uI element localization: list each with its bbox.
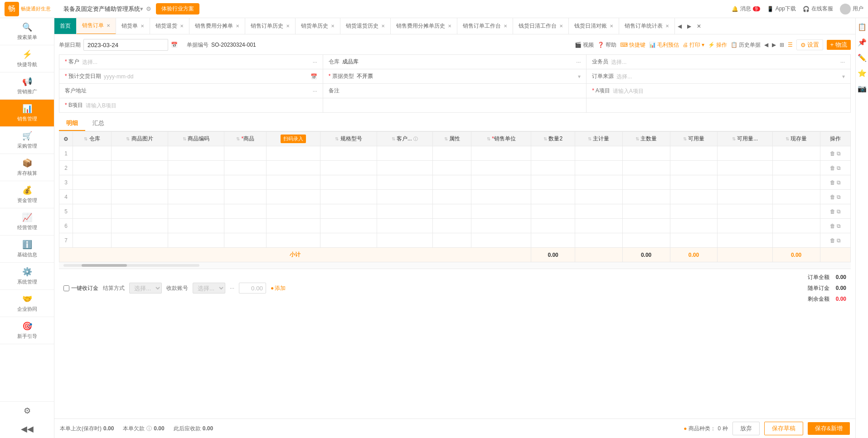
row-2-main-qty[interactable] — [622, 161, 670, 175]
add-material-button[interactable]: + 物流 — [827, 40, 851, 50]
th-spec[interactable]: ⇅ 规格型号 — [320, 132, 377, 146]
row-6-cust-code[interactable] — [377, 219, 432, 233]
user-item[interactable]: 用户 — [840, 4, 863, 14]
tab-return[interactable]: 销货退货 ✕ — [150, 18, 189, 34]
tab-sales-order-close[interactable]: ✕ — [107, 23, 110, 28]
grid-view-btn[interactable]: ⊞ — [780, 42, 784, 48]
payment-method-select[interactable]: 选择... — [129, 283, 162, 294]
row-2-action[interactable]: 🗑 ⧉ — [820, 161, 850, 175]
one-click-checkbox-label[interactable]: 一键收订金 — [63, 284, 98, 292]
tab-invoice-history[interactable]: 销货单历史 ✕ — [296, 18, 340, 34]
row-4-delete-icon[interactable]: 🗑 — [830, 194, 835, 200]
tab-cash-reconcile-close[interactable]: ✕ — [610, 24, 613, 29]
row-4-spec[interactable] — [320, 190, 377, 204]
tab-home[interactable]: 首页 — [54, 18, 77, 34]
debt-icon[interactable]: ⓘ — [146, 425, 152, 433]
row-4-unit[interactable] — [471, 190, 531, 204]
product-types-icon[interactable]: ● — [684, 425, 687, 432]
tab-order-history[interactable]: 销售订单历史 ✕ — [245, 18, 296, 34]
tab-invoice-history-close[interactable]: ✕ — [331, 24, 335, 29]
tab-cash-workbench[interactable]: 钱货日清工作台 ✕ — [513, 18, 569, 34]
row-5-cust-code[interactable] — [377, 204, 432, 219]
row-5-action[interactable]: 🗑 ⧉ — [820, 204, 850, 219]
row-1-copy-icon[interactable]: ⧉ — [837, 150, 841, 157]
sidebar-item-sales[interactable]: 📊 销售管理 — [0, 100, 54, 127]
settings-icon[interactable]: ⚙ — [146, 5, 151, 12]
row-5-attr[interactable] — [433, 204, 471, 219]
shortcut-action[interactable]: ⌨ 快捷键 — [620, 41, 645, 49]
row-3-action[interactable]: 🗑 ⧉ — [820, 175, 850, 190]
row-3-name[interactable] — [224, 175, 267, 190]
row-3-attr[interactable] — [433, 175, 471, 190]
row-2-cust-code[interactable] — [377, 161, 432, 175]
row-7-warehouse[interactable] — [73, 233, 112, 248]
print-action[interactable]: 🖨 打印 ▾ — [683, 41, 704, 49]
row-2-unit[interactable] — [471, 161, 531, 175]
tab-return-history[interactable]: 销货退货历史 ✕ — [340, 18, 391, 34]
row-2-copy-icon[interactable]: ⧉ — [837, 165, 841, 171]
row-2-spec[interactable] — [320, 161, 377, 175]
one-click-checkbox[interactable] — [63, 285, 69, 291]
row-1-warehouse[interactable] — [73, 146, 112, 161]
history-action[interactable]: 📋 历史单据 — [731, 41, 761, 49]
row-3-qty2[interactable] — [531, 175, 575, 190]
row-5-warehouse[interactable] — [73, 204, 112, 219]
row-3-main-qty[interactable] — [622, 175, 670, 190]
row-4-code[interactable] — [168, 190, 224, 204]
address-input[interactable] — [89, 88, 310, 94]
profit-action[interactable]: 📊 毛利预估 — [649, 41, 679, 49]
row-1-action[interactable]: 🗑 ⧉ — [820, 146, 850, 161]
tab-cash-workbench-close[interactable]: ✕ — [559, 24, 563, 29]
view-action[interactable]: 🎬 视频 — [575, 41, 594, 49]
online-support-item[interactable]: 🎧 在线客服 — [803, 5, 833, 13]
th-name[interactable]: ⇅ *商品 — [224, 132, 267, 146]
right-panel-icon-5[interactable]: 📷 — [858, 84, 867, 93]
bank-account-select[interactable]: 选择... — [193, 283, 225, 294]
row-4-action[interactable]: 🗑 ⧉ — [820, 190, 850, 204]
row-7-name[interactable] — [224, 233, 267, 248]
scan-btn[interactable]: 扫码录入 — [281, 135, 306, 143]
sidebar-settings-btn[interactable]: ⚙ — [0, 402, 54, 420]
th-warehouse[interactable]: ⇅ 仓库 — [73, 132, 112, 146]
row-7-attr[interactable] — [433, 233, 471, 248]
right-panel-icon-4[interactable]: ⭐ — [858, 69, 867, 77]
row-5-spec[interactable] — [320, 204, 377, 219]
row-7-spec[interactable] — [320, 233, 377, 248]
dropdown-icon[interactable]: ▾ — [140, 5, 143, 12]
row-7-action[interactable]: 🗑 ⧉ — [820, 233, 850, 248]
tab-order-history-close[interactable]: ✕ — [286, 24, 290, 29]
row-6-spec[interactable] — [320, 219, 377, 233]
sidebar-item-collab[interactable]: 🤝 企业协同 — [0, 290, 54, 317]
sidebar-item-quicknav[interactable]: ⚡ 快捷导航 — [0, 45, 54, 72]
row-4-warehouse[interactable] — [73, 190, 112, 204]
row-1-attr[interactable] — [433, 146, 471, 161]
tab-return-close[interactable]: ✕ — [180, 24, 184, 29]
sidebar-item-search[interactable]: 🔍 搜索菜单 — [0, 18, 54, 45]
notification-item[interactable]: 🔔 消息 9 — [732, 5, 760, 13]
row-2-attr[interactable] — [433, 161, 471, 175]
th-scan[interactable]: 扫码录入 — [267, 132, 320, 146]
row-6-copy-icon[interactable]: ⧉ — [837, 223, 841, 229]
row-6-warehouse[interactable] — [73, 219, 112, 233]
delivery-date-input[interactable] — [104, 73, 308, 80]
tab-sales-stat[interactable]: 销售订单统计表 ✕ — [619, 18, 675, 34]
row-7-copy-icon[interactable]: ⧉ — [837, 237, 841, 244]
row-4-name[interactable] — [224, 190, 267, 204]
remark-input[interactable] — [342, 88, 581, 94]
row-2-delete-icon[interactable]: 🗑 — [830, 165, 835, 171]
save-new-button[interactable]: 保存&新增 — [808, 422, 850, 435]
help-action[interactable]: ❓ 帮助 — [597, 41, 616, 49]
industry-btn[interactable]: 体验行业方案 — [156, 3, 199, 14]
row-5-copy-icon[interactable]: ⧉ — [837, 208, 841, 215]
row-3-delete-icon[interactable]: 🗑 — [830, 179, 835, 186]
row-6-name[interactable] — [224, 219, 267, 233]
row-2-warehouse[interactable] — [73, 161, 112, 175]
sales-rep-input[interactable] — [611, 59, 838, 65]
operation-action[interactable]: ⚡ 操作 — [708, 41, 727, 49]
row-5-unit[interactable] — [471, 204, 531, 219]
row-3-copy-icon[interactable]: ⧉ — [837, 179, 841, 186]
payment-amount-input[interactable] — [239, 283, 266, 294]
order-source-input[interactable] — [616, 73, 839, 80]
sidebar-item-ops[interactable]: 📈 经营管理 — [0, 208, 54, 236]
sidebar-item-base[interactable]: ℹ️ 基础信息 — [0, 236, 54, 263]
